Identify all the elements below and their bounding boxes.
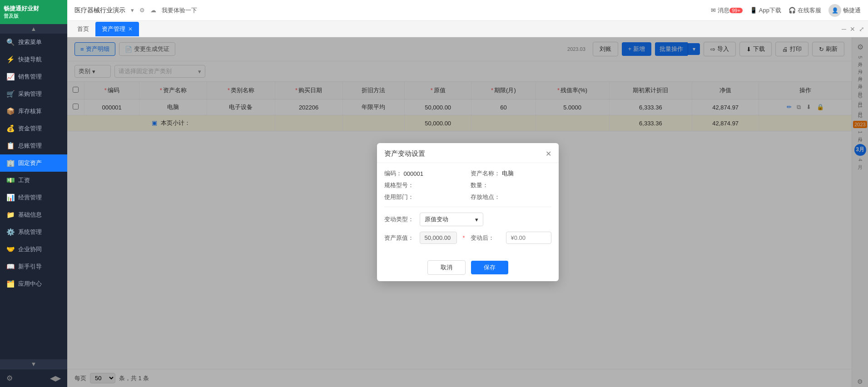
payroll-icon: 💵 [6,176,15,184]
search-icon: 🔍 [6,38,15,46]
app-download-label: App下载 [759,6,781,15]
window-expand-icon[interactable]: ⤢ [859,25,864,33]
change-type-value: 原值变动 [425,215,448,223]
topbar-left: 医疗器械行业演示 ▾ ⚙ ☁ 我要体验一下 [74,6,197,15]
modal-change-type-row: 变动类型： 原值变动 ▾ [384,213,551,226]
tab-home-label: 首页 [77,25,89,33]
modal-footer: 取消 保存 [377,256,559,281]
sidebar-item-payroll[interactable]: 💵 工资 [0,172,67,189]
online-service-label: 在线客服 [798,6,821,15]
modal-department-label: 使用部门： [384,193,414,201]
save-button[interactable]: 保存 [471,261,508,274]
modal-spec-label: 规格型号： [384,181,414,189]
sidebar-item-label: 企业协同 [18,245,42,253]
app-name: 畅捷通好业财 [4,5,39,13]
sidebar-item-label: 固定资产 [18,159,42,167]
sidebar-item-label: 采购管理 [18,90,42,98]
scroll-down-arrow[interactable]: ▼ [0,359,67,369]
modal-original-value-display: 50,000.00 [420,232,457,244]
modal-quantity-label: 数量： [471,181,488,189]
tab-bar: 首页 资产管理 ✕ ─ ✕ ⤢ [67,21,868,37]
sidebar-menu: 🔍 搜索菜单 ⚡ 快捷导航 📈 销售管理 🛒 采购管理 📦 库存核算 💰 资金管… [0,34,67,359]
modal-code-field: 编码： 000001 [384,169,465,178]
modal-close-icon[interactable]: ✕ [546,149,551,158]
topbar: 医疗器械行业演示 ▾ ⚙ ☁ 我要体验一下 ✉ 消息 99+ 📱 App下载 🎧… [67,0,868,21]
sidebar-item-fixed-assets[interactable]: 🏢 固定资产 [0,154,67,172]
message-icon: ✉ [711,7,716,14]
user-menu[interactable]: 👤 畅捷通 [828,4,861,17]
tab-close-icon[interactable]: ✕ [128,26,133,32]
experience-btn[interactable]: 我要体验一下 [162,6,197,15]
sidebar-item-label: 总账管理 [18,142,42,150]
sidebar-item-quicknav[interactable]: ⚡ 快捷导航 [0,51,67,68]
avatar: 👤 [828,4,841,17]
sidebar-item-inventory[interactable]: 📦 库存核算 [0,103,67,120]
modal-code-value: 000001 [404,170,423,177]
chart-icon: 📈 [6,73,15,81]
cart-icon: 🛒 [6,90,15,98]
chevron-down-icon: ▾ [475,216,478,223]
settings-icon[interactable]: ⚙ [6,374,13,382]
tab-home[interactable]: 首页 [71,22,95,36]
book-icon: 📖 [6,263,15,271]
sidebar-item-management[interactable]: 📊 经营管理 [0,189,67,206]
change-type-select[interactable]: 原值变动 ▾ [420,213,483,226]
sidebar-item-label: 经营管理 [18,194,42,202]
management-icon: 📊 [6,194,15,202]
sidebar-item-app-center[interactable]: 🗂️ 应用中心 [0,275,67,293]
modal-original-value-label: 资产原值： [384,234,416,242]
modal-location-label: 存放地点： [471,193,500,201]
sidebar-item-basic-info[interactable]: 📁 基础信息 [0,206,67,223]
sidebar-footer: ⚙ ◀▶ [0,369,67,387]
modal-header: 资产变动设置 ✕ [377,143,559,163]
tab-asset-management[interactable]: 资产管理 ✕ [95,22,139,36]
sidebar-item-ledger[interactable]: 📋 总账管理 [0,137,67,154]
dropdown-arrow-icon[interactable]: ▾ [131,7,134,14]
message-label: 消息 [718,6,729,15]
headset-icon: 🎧 [789,7,796,14]
message-badge: 99+ [729,8,743,13]
sidebar-item-label: 新手引导 [18,263,42,271]
sidebar-item-tutorial[interactable]: 📖 新手引导 [0,258,67,275]
sidebar-item-sales[interactable]: 📈 销售管理 [0,68,67,85]
sidebar-item-purchase[interactable]: 🛒 采购管理 [0,85,67,103]
lightning-icon: ⚡ [6,55,15,64]
user-name: 畅捷通 [843,6,861,15]
scroll-up-arrow[interactable]: ▲ [0,24,67,34]
sidebar-item-label: 基础信息 [18,211,42,219]
sidebar-item-system[interactable]: ⚙️ 系统管理 [0,223,67,241]
modal-body: 编码： 000001 资产名称： 电脑 规格型号： 数量： [377,163,559,256]
sidebar-item-funds[interactable]: 💰 资金管理 [0,120,67,137]
after-change-input[interactable] [506,232,551,244]
cancel-button[interactable]: 取消 [427,260,466,275]
modal-change-type-label: 变动类型： [384,215,416,223]
cloud-icon: ☁ [150,7,156,14]
apps-icon: 🗂️ [6,280,15,288]
sidebar-item-enterprise[interactable]: 🤝 企业协同 [0,241,67,258]
money-icon: 💰 [6,124,15,133]
topbar-right: ✉ 消息 99+ 📱 App下载 🎧 在线客服 👤 畅捷通 [711,4,861,17]
avatar-icon: 👤 [832,7,838,14]
online-service-btn[interactable]: 🎧 在线客服 [789,6,821,15]
sidebar-item-label: 系统管理 [18,228,42,236]
gear-icon: ⚙️ [6,228,15,236]
modal-info-grid: 编码： 000001 资产名称： 电脑 规格型号： 数量： [384,169,551,207]
modal-title: 资产变动设置 [384,149,425,158]
modal-code-label: 编码： [384,169,402,178]
modal-department-field: 使用部门： [384,193,465,201]
asset-change-modal: 资产变动设置 ✕ 编码： 000001 资产名称： 电脑 [377,143,559,281]
app-download-btn[interactable]: 📱 App下载 [750,6,781,15]
message-btn[interactable]: ✉ 消息 99+ [711,6,743,15]
sidebar-item-label: 搜索菜单 [18,38,42,46]
settings-icon[interactable]: ⚙ [139,7,145,14]
sidebar-item-label: 快捷导航 [18,55,42,64]
collapse-icon[interactable]: ◀▶ [50,374,61,382]
main-area: 医疗器械行业演示 ▾ ⚙ ☁ 我要体验一下 ✉ 消息 99+ 📱 App下载 🎧… [67,0,868,387]
sidebar-item-search[interactable]: 🔍 搜索菜单 [0,34,67,51]
window-minimize-icon[interactable]: ─ [842,25,846,33]
building-icon: 🏢 [6,159,15,167]
window-close-icon[interactable]: ✕ [850,25,855,33]
required-star-icon: * [462,234,465,241]
modal-name-field: 资产名称： 电脑 [471,169,551,178]
modal-name-label: 资产名称： [471,169,500,178]
